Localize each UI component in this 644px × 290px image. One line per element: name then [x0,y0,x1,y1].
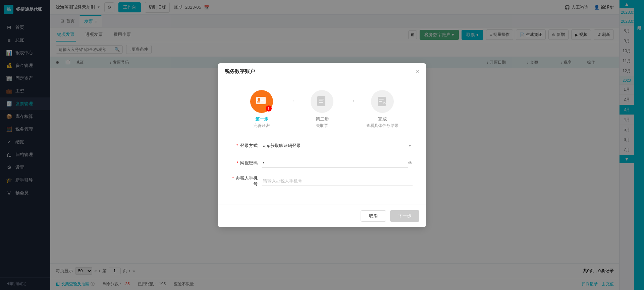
modal-title: 税务数字账户 [225,68,255,75]
modal-close-button[interactable]: × [416,68,419,75]
login-method-label: * 登录方式 [231,143,262,149]
modal-header: 税务数字账户 × [218,63,426,80]
password-row: * 网报密码 👁 [231,158,413,168]
password-toggle-icon[interactable]: 👁 [408,160,413,166]
svg-rect-8 [319,102,323,103]
step-1-label: 第一步 [255,116,268,122]
svg-rect-10 [379,99,384,100]
modal-footer: 取消 下一步 [218,205,426,227]
step-3-label: 完成 [378,116,387,122]
svg-rect-3 [261,99,264,99]
password-input[interactable] [262,158,408,168]
svg-rect-2 [257,101,260,102]
step-arrow-2: → [345,90,359,104]
cancel-button[interactable]: 取消 [361,210,386,222]
login-method-row: * 登录方式 app获取验证码登录 ▾ [231,141,413,151]
step-2: 第二步 去取票 [299,90,345,129]
password-label: * 网报密码 [231,160,262,166]
modal-overlay: 税务数字账户 × [0,0,644,290]
step-3: 完成 查看具体任务结果 [359,90,406,129]
taxpayer-phone-input[interactable] [262,176,413,186]
step-1: ! 第一步 完善账密 [238,90,285,129]
tax-digital-modal: 税务数字账户 × [218,63,426,227]
svg-rect-6 [319,99,324,99]
modal-body: ! 第一步 完善账密 → [218,80,426,205]
step-arrow-1: → [285,90,299,104]
step-2-label: 第二步 [316,116,329,122]
taxpayer-phone-row: * 办税人手机号 [231,175,413,187]
select-dropdown-icon: ▾ [409,143,411,148]
step-2-desc: 去取票 [316,123,328,129]
svg-rect-4 [261,100,264,101]
step-2-icon-wrap [311,90,333,113]
next-button[interactable]: 下一步 [390,210,419,222]
step-2-icon [311,90,333,113]
step-3-icon [371,90,394,113]
login-method-select[interactable]: app获取验证码登录 ▾ [262,141,413,151]
step-1-desc: 完善账密 [254,123,270,129]
step-1-icon-wrap: ! [250,90,273,113]
svg-point-1 [258,98,260,101]
step-3-icon-wrap [371,90,394,113]
step-1-error-badge: ! [266,105,272,112]
taxpayer-phone-label: * 办税人手机号 [231,175,262,187]
svg-rect-7 [319,100,323,101]
steps-row: ! 第一步 完善账密 → [231,90,413,129]
svg-rect-11 [379,101,382,102]
step-3-desc: 查看具体任务结果 [366,123,398,129]
